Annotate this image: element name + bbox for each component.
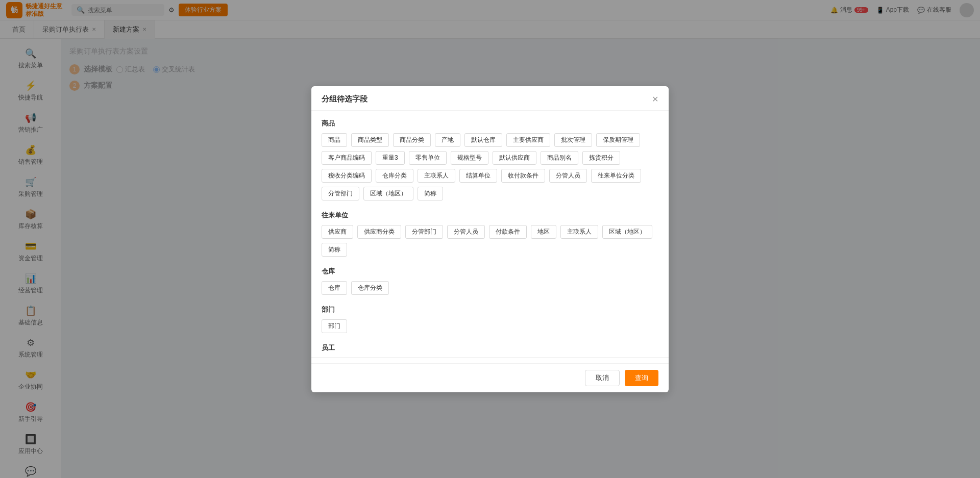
field-goods[interactable]: 商品	[322, 133, 347, 147]
confirm-button[interactable]: 查询	[625, 370, 658, 386]
field-warehouse-category[interactable]: 仓库分类	[376, 169, 413, 183]
field-default-supplier[interactable]: 默认供应商	[493, 151, 536, 165]
department-field-list: 部门	[322, 319, 658, 333]
field-supplier[interactable]: 供应商	[322, 225, 353, 239]
field-region-area2[interactable]: 区域（地区）	[602, 225, 652, 239]
modal-horizontal-scrollbar[interactable]	[311, 357, 669, 363]
modal-title: 分组待选字段	[322, 94, 368, 104]
modal-header: 分组待选字段 ✕	[311, 86, 669, 111]
field-settlement-unit[interactable]: 结算单位	[459, 169, 497, 183]
section-department-label: 部门	[322, 305, 658, 314]
modal-close-btn[interactable]: ✕	[652, 94, 658, 104]
field-short-name[interactable]: 简称	[418, 187, 443, 200]
field-weight3[interactable]: 重量3	[376, 151, 405, 165]
section-goods: 商品 商品 商品类型 商品分类 产地 默认仓库 主要供应商 批次管理 保质期管理…	[322, 119, 658, 200]
field-retail-unit[interactable]: 零售单位	[409, 151, 447, 165]
section-related-unit-label: 往来单位	[322, 211, 658, 220]
field-batch-manage[interactable]: 批次管理	[554, 133, 592, 147]
modal-footer: 取消 查询	[311, 363, 669, 392]
section-warehouse-label: 仓库	[322, 267, 658, 276]
section-warehouse: 仓库 仓库 仓库分类	[322, 267, 658, 295]
field-customer-goods-code[interactable]: 客户商品编码	[322, 151, 372, 165]
field-payment-terms[interactable]: 收付款条件	[501, 169, 545, 183]
field-origin[interactable]: 产地	[435, 133, 460, 147]
field-pick-points[interactable]: 拣货积分	[582, 151, 620, 165]
field-manage-dept[interactable]: 分管部门	[322, 187, 359, 200]
field-default-warehouse[interactable]: 默认仓库	[464, 133, 502, 147]
goods-field-list: 商品 商品类型 商品分类 产地 默认仓库 主要供应商 批次管理 保质期管理 客户…	[322, 133, 658, 200]
field-warehouse-category2[interactable]: 仓库分类	[351, 281, 389, 295]
field-selection-modal: 分组待选字段 ✕ 商品 商品 商品类型 商品分类 产地 默认仓库 主要供应商 批…	[311, 86, 669, 392]
field-pay-condition[interactable]: 付款条件	[489, 225, 527, 239]
field-quality-period[interactable]: 保质期管理	[596, 133, 640, 147]
cancel-button[interactable]: 取消	[585, 370, 620, 386]
field-warehouse[interactable]: 仓库	[322, 281, 347, 295]
warehouse-field-list: 仓库 仓库分类	[322, 281, 658, 295]
section-employee: 员工 业务员	[322, 343, 658, 357]
section-employee-label: 员工	[322, 343, 658, 353]
section-related-unit: 往来单位 供应商 供应商分类 分管部门 分管人员 付款条件 地区 主联系人 区域…	[322, 211, 658, 257]
field-district[interactable]: 地区	[531, 225, 556, 239]
field-tax-code[interactable]: 税收分类编码	[322, 169, 372, 183]
field-staff-manage[interactable]: 分管人员	[447, 225, 485, 239]
related-unit-field-list: 供应商 供应商分类 分管部门 分管人员 付款条件 地区 主联系人 区域（地区） …	[322, 225, 658, 257]
section-department: 部门 部门	[322, 305, 658, 333]
field-dept-manage[interactable]: 分管部门	[405, 225, 443, 239]
field-short-name2[interactable]: 简称	[322, 243, 347, 257]
field-spec-model[interactable]: 规格型号	[451, 151, 488, 165]
section-goods-label: 商品	[322, 119, 658, 128]
field-supplier-category[interactable]: 供应商分类	[357, 225, 401, 239]
field-related-unit-category[interactable]: 往来单位分类	[591, 169, 641, 183]
field-department[interactable]: 部门	[322, 319, 347, 333]
field-region-area[interactable]: 区域（地区）	[363, 187, 413, 200]
field-main-contact[interactable]: 主联系人	[418, 169, 455, 183]
field-main-contact2[interactable]: 主联系人	[560, 225, 598, 239]
field-goods-alias[interactable]: 商品别名	[541, 151, 578, 165]
field-manager[interactable]: 分管人员	[549, 169, 587, 183]
field-main-supplier[interactable]: 主要供应商	[506, 133, 550, 147]
modal-body: 商品 商品 商品类型 商品分类 产地 默认仓库 主要供应商 批次管理 保质期管理…	[311, 111, 669, 357]
field-goods-type[interactable]: 商品类型	[351, 133, 389, 147]
field-goods-category[interactable]: 商品分类	[393, 133, 431, 147]
